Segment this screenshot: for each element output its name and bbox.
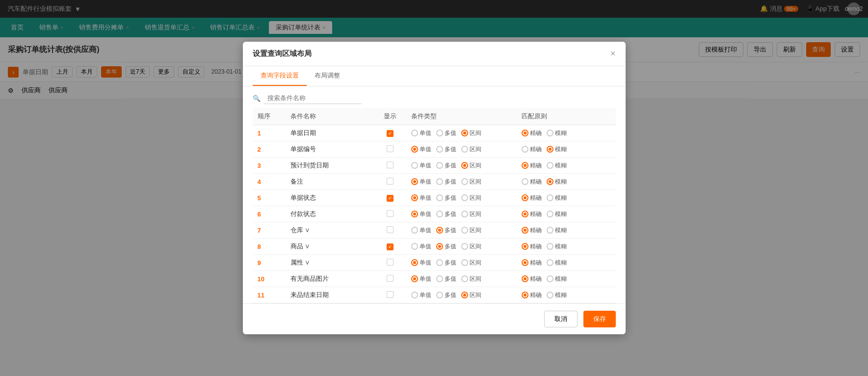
modal-header: 设置查询区域布局 ×: [243, 42, 626, 66]
modal-search-area: 🔍: [243, 86, 626, 99]
modal-tab-query-fields[interactable]: 查询字段设置: [253, 66, 307, 86]
settings-modal: 设置查询区域布局 × 查询字段设置 布局调整 🔍 顺序 条件名称 显示 条件类型: [243, 42, 626, 99]
modal-close-button[interactable]: ×: [610, 49, 616, 59]
modal-overlay: 设置查询区域布局 × 查询字段设置 布局调整 🔍 顺序 条件名称 显示 条件类型: [0, 0, 868, 99]
modal-title: 设置查询区域布局: [253, 49, 312, 58]
modal-tab-layout[interactable]: 布局调整: [307, 66, 348, 86]
search-icon: 🔍: [253, 95, 261, 100]
modal-tabs: 查询字段设置 布局调整: [243, 66, 626, 86]
search-input[interactable]: [263, 92, 362, 99]
